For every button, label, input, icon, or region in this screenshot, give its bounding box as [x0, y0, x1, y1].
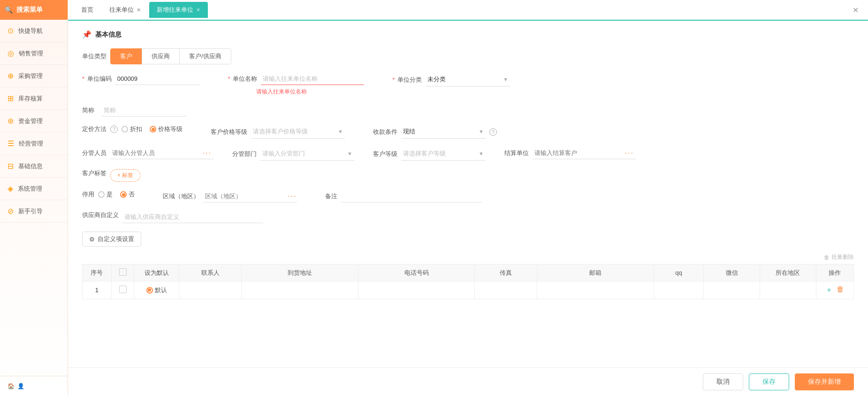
th-contact: 联系人: [179, 264, 242, 281]
region-table-input[interactable]: [771, 287, 804, 294]
sidebar-item-sales[interactable]: ◎ 销售管理: [0, 42, 68, 65]
qq-input[interactable]: [665, 287, 693, 294]
sidebar-label-basic-info: 基础信息: [18, 162, 43, 171]
system-icon: ◈: [8, 184, 13, 193]
th-email: 邮箱: [537, 264, 654, 281]
settlement-unit-input[interactable]: [533, 147, 623, 159]
unit-category-value: 未分类: [427, 75, 501, 84]
table-header-row: 序号 设为默认 联系人 到货地址 电话号码 传真 邮箱 qq 微信 所在地区 操…: [83, 264, 854, 281]
region-more-btn[interactable]: ···: [286, 192, 298, 201]
unit-category-select[interactable]: 未分类 ▼: [426, 73, 510, 86]
row-email[interactable]: [537, 281, 654, 299]
cancel-button[interactable]: 取消: [703, 373, 743, 390]
sidebar-item-inventory[interactable]: ⊞ 库存核算: [0, 87, 68, 110]
dept-field: 分管部门 请输入分管部门 ▼: [232, 147, 354, 161]
pricing-help-icon[interactable]: ?: [110, 125, 118, 133]
manager-label: 分管人员: [82, 149, 107, 157]
sidebar-label-operation: 经营管理: [19, 140, 43, 148]
payment-terms-select[interactable]: 现结 ▼: [401, 125, 486, 139]
manager-input[interactable]: [110, 147, 201, 159]
disable-radio-no[interactable]: 否: [120, 190, 135, 199]
pricing-method-field: 定价方法 ? 折扣 价格等级: [82, 125, 183, 133]
supplier-custom-input[interactable]: [122, 211, 263, 223]
customer-level-arrow: ▼: [479, 151, 484, 156]
region-input[interactable]: [203, 190, 286, 202]
unit-code-input[interactable]: [115, 73, 200, 85]
disable-radio-yes[interactable]: 是: [98, 190, 113, 199]
add-tag-btn[interactable]: + 标签: [110, 169, 140, 182]
manager-input-wrapper: ···: [110, 147, 213, 159]
sidebar-item-new-guide[interactable]: ⊘ 新手引导: [0, 200, 68, 223]
customer-price-level-placeholder: 请选择客户价格等级: [253, 127, 336, 136]
tab-home[interactable]: 首页: [74, 2, 101, 18]
row-checkbox[interactable]: [119, 286, 127, 293]
th-checkbox: [111, 264, 134, 281]
header-checkbox[interactable]: [119, 268, 127, 276]
row-wechat[interactable]: [704, 281, 760, 299]
tab-partners-close[interactable]: ✕: [137, 7, 141, 13]
tab-new-partner-label: 新增往来单位: [157, 6, 193, 14]
unit-category-label: * 单位分类: [392, 76, 422, 84]
phone-input[interactable]: [363, 287, 470, 294]
row-contact[interactable]: [179, 281, 242, 299]
pricing-radio-level[interactable]: 价格等级: [150, 125, 183, 133]
manager-more-btn[interactable]: ···: [201, 149, 213, 157]
search-menu-btn[interactable]: 🔍 搜索菜单: [0, 0, 68, 20]
wechat-input[interactable]: [716, 287, 748, 294]
sidebar-item-basic-info[interactable]: ⊟ 基础信息: [0, 155, 68, 178]
row-delete-icon[interactable]: 🗑: [837, 285, 844, 295]
tab-new-partner-close[interactable]: ✕: [196, 7, 200, 13]
sidebar-item-operation[interactable]: ☰ 经营管理: [0, 132, 68, 155]
remark-field: 备注: [325, 190, 482, 202]
email-input[interactable]: [542, 287, 649, 294]
th-address: 到货地址: [242, 264, 358, 281]
tab-partners[interactable]: 往来单位 ✕: [102, 2, 148, 18]
custom-settings-btn[interactable]: ⚙ 自定义项设置: [82, 232, 141, 247]
customer-price-level-select[interactable]: 请选择客户价格等级 ▼: [251, 125, 345, 139]
dept-select[interactable]: 请输入分管部门 ▼: [260, 147, 354, 161]
address-input[interactable]: [246, 287, 353, 294]
sidebar-item-quick-nav[interactable]: ⊙ 快捷导航: [0, 20, 68, 42]
dept-arrow: ▼: [347, 151, 352, 156]
unit-name-input[interactable]: [261, 73, 364, 85]
abbr-input[interactable]: [102, 104, 186, 116]
pricing-radio-discount-label: 折扣: [130, 125, 142, 133]
tab-new-partner[interactable]: 新增往来单位 ✕: [149, 2, 208, 18]
disable-radio-no-label: 否: [129, 190, 135, 199]
sidebar-item-purchase[interactable]: ⊕ 采购管理: [0, 65, 68, 87]
row-fax[interactable]: [475, 281, 537, 299]
settlement-unit-field: 结算单位 ···: [504, 147, 636, 159]
type-btn-supplier[interactable]: 供应商: [142, 48, 180, 64]
row-default-radio[interactable]: 默认: [139, 286, 174, 295]
settlement-unit-more-btn[interactable]: ···: [623, 149, 636, 157]
row-add-icon[interactable]: ＋: [825, 285, 833, 295]
save-button[interactable]: 保存: [749, 373, 789, 390]
row-qq[interactable]: [654, 281, 704, 299]
type-btn-both[interactable]: 客户/供应商: [179, 48, 231, 64]
customer-price-level-field: 客户价格等级 请选择客户价格等级 ▼: [211, 125, 345, 139]
sidebar-item-system[interactable]: ◈ 系统管理: [0, 178, 68, 200]
fax-input[interactable]: [487, 287, 525, 294]
unit-code-label: * 单位编码: [82, 75, 112, 83]
row-region[interactable]: [760, 281, 816, 299]
remark-input[interactable]: [341, 190, 482, 202]
abbr-row: 简称: [82, 104, 854, 116]
row-phone[interactable]: [358, 281, 475, 299]
supplier-custom-row: 供应商自定义: [82, 211, 854, 223]
sidebar-label-inventory: 库存核算: [18, 94, 43, 103]
contact-input[interactable]: [191, 287, 229, 294]
window-close-btn[interactable]: ✕: [849, 4, 862, 16]
customer-level-select[interactable]: 请选择客户等级 ▼: [401, 147, 486, 161]
default-radio-outer: [146, 287, 153, 294]
batch-delete-btn[interactable]: 🗑 批量删除: [824, 253, 854, 261]
pricing-radio-discount[interactable]: 折扣: [122, 125, 142, 133]
manager-field: 分管人员 ···: [82, 147, 213, 159]
th-qq: qq: [654, 264, 704, 281]
sidebar-item-capital[interactable]: ⊛ 资金管理: [0, 110, 68, 132]
row-address[interactable]: [242, 281, 358, 299]
save-new-button[interactable]: 保存并新增: [795, 373, 854, 390]
type-btn-customer[interactable]: 客户: [110, 48, 142, 64]
unit-type-field: 单位类型 客户 供应商 客户/供应商: [82, 48, 231, 64]
remark-label: 备注: [325, 192, 337, 201]
payment-terms-help-icon[interactable]: ?: [489, 128, 497, 136]
